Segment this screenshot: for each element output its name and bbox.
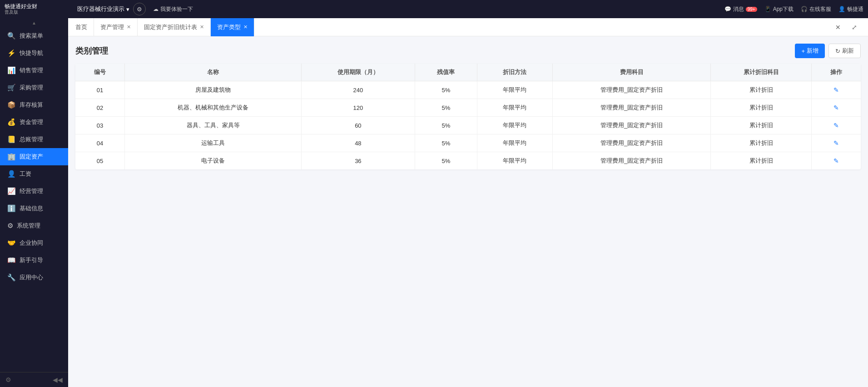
col-header-6: 累计折旧科目 [711, 64, 811, 81]
sidebar-icon-11: ⚙ [7, 222, 13, 230]
fullscreen-button[interactable]: ⤢ [848, 21, 861, 34]
tab-close-3[interactable]: ✕ [243, 24, 248, 30]
plus-icon: + [801, 48, 805, 55]
cell-accumulated-4: 累计折旧 [711, 152, 811, 170]
sidebar-label-3: 采购管理 [20, 84, 43, 92]
cell-action-2[interactable]: ✎ [811, 117, 861, 134]
sidebar-label-14: 应用中心 [20, 273, 43, 282]
page-title: 类别管理 [75, 45, 108, 56]
sidebar-item-销售管理[interactable]: 📊 销售管理 [0, 62, 68, 79]
sidebar-item-工资[interactable]: 👤 工资 [0, 165, 68, 183]
sidebar-item-经营管理[interactable]: 📈 经营管理 [0, 183, 68, 200]
cell-period-2: 60 [302, 117, 415, 134]
tab-close-1[interactable]: ✕ [127, 24, 131, 30]
app-name: 畅捷通好业财 [5, 3, 37, 10]
tab-label-1: 资产管理 [100, 23, 124, 31]
edit-icon-1[interactable]: ✎ [833, 104, 839, 111]
edit-icon-0[interactable]: ✎ [833, 86, 839, 94]
edit-icon-4[interactable]: ✎ [833, 157, 839, 164]
sidebar-label-8: 工资 [20, 170, 31, 178]
user-avatar-icon: 👤 [838, 6, 845, 12]
sidebar-item-固定资产[interactable]: 🏢 固定资产 [0, 148, 68, 165]
sidebar-item-基础信息[interactable]: ℹ️ 基础信息 [0, 200, 68, 217]
sidebar-item-资金管理[interactable]: 💰 资金管理 [0, 114, 68, 131]
sidebar-item-搜索菜单[interactable]: 🔍 搜索菜单 [0, 27, 68, 45]
cell-action-3[interactable]: ✎ [811, 134, 861, 152]
breadcrumb-tab-1[interactable]: 资产管理✕ [94, 18, 138, 36]
sidebar-footer: ⚙ ◀◀ [0, 372, 68, 387]
cell-accumulated-1: 累计折旧 [711, 99, 811, 117]
breadcrumb-bar: 首页资产管理✕固定资产折旧统计表✕资产类型✕ ✕ ⤢ [68, 18, 868, 36]
sidebar-icon-6: 📒 [7, 135, 16, 144]
refresh-button[interactable]: ↻ 刷新 [828, 44, 861, 58]
sidebar-item-库存核算[interactable]: 📦 库存核算 [0, 96, 68, 114]
breadcrumb-tab-2[interactable]: 固定资产折旧统计表✕ [138, 18, 211, 36]
sidebar-item-新手引导[interactable]: 📖 新手引导 [0, 252, 68, 269]
cell-rate-1: 5% [415, 99, 477, 117]
cell-action-1[interactable]: ✎ [811, 99, 861, 117]
sidebar-label-9: 经营管理 [20, 187, 43, 195]
service-icon: 🎧 [801, 6, 808, 12]
cell-accumulated-0: 累计折旧 [711, 81, 811, 99]
cell-method-3: 年限平均 [477, 134, 553, 152]
sidebar-icon-10: ℹ️ [7, 204, 16, 213]
cell-name-3: 运输工具 [125, 134, 302, 152]
sidebar-icon-2: 📊 [7, 66, 16, 74]
company-selector[interactable]: 医疗器械行业演示 ▾ [77, 5, 129, 13]
close-tab-button[interactable]: ✕ [832, 21, 844, 34]
sidebar-item-总账管理[interactable]: 📒 总账管理 [0, 131, 68, 148]
page-content: 类别管理 + 新增 ↻ 刷新 编号名称使用期限（月）残值率折旧方法费用科目累计折… [68, 36, 868, 387]
cell-method-0: 年限平均 [477, 81, 553, 99]
cell-rate-2: 5% [415, 117, 477, 134]
table-row: 04运输工具485%年限平均管理费用_固定资产折旧累计折旧✎ [75, 134, 861, 152]
app-download-button[interactable]: 📱 App下载 [764, 5, 794, 13]
tab-label-0: 首页 [75, 23, 87, 31]
sidebar-label-1: 快捷导航 [20, 49, 43, 57]
sidebar-icon-9: 📈 [7, 187, 16, 195]
sidebar-icon-14: 🔧 [7, 273, 16, 282]
table-header: 编号名称使用期限（月）残值率折旧方法费用科目累计折旧科目操作 [75, 64, 861, 81]
sidebar-item-采购管理[interactable]: 🛒 采购管理 [0, 79, 68, 96]
cell-accumulated-2: 累计折旧 [711, 117, 811, 134]
table-row: 03器具、工具、家具等605%年限平均管理费用_固定资产折旧累计折旧✎ [75, 117, 861, 134]
tab-label-3: 资产类型 [217, 23, 241, 31]
sidebar-settings-button[interactable]: ⚙ [5, 376, 11, 383]
cell-name-1: 机器、机械和其他生产设备 [125, 99, 302, 117]
cell-name-0: 房屋及建筑物 [125, 81, 302, 99]
sidebar-collapse-button[interactable]: ◀◀ [53, 376, 63, 383]
cell-action-0[interactable]: ✎ [811, 81, 861, 99]
sidebar-item-应用中心[interactable]: 🔧 应用中心 [0, 269, 68, 286]
sidebar-item-企业协同[interactable]: 🤝 企业协同 [0, 234, 68, 252]
experience-button[interactable]: ☁ 我要体验一下 [149, 4, 197, 15]
cell-action-4[interactable]: ✎ [811, 152, 861, 170]
sidebar-label-11: 系统管理 [17, 222, 40, 230]
cell-id-0: 01 [75, 81, 125, 99]
breadcrumb-tab-3[interactable]: 资产类型✕ [211, 18, 254, 36]
main-layout: ▲ 🔍 搜索菜单 ⚡ 快捷导航 📊 销售管理 🛒 采购管理 📦 库存核算 💰 资… [0, 18, 868, 387]
sidebar-label-13: 新手引导 [20, 256, 43, 264]
table-row: 02机器、机械和其他生产设备1205%年限平均管理费用_固定资产折旧累计折旧✎ [75, 99, 861, 117]
table-row: 01房屋及建筑物2405%年限平均管理费用_固定资产折旧累计折旧✎ [75, 81, 861, 99]
breadcrumb-tab-0[interactable]: 首页 [75, 18, 94, 36]
sidebar-label-0: 搜索菜单 [20, 32, 43, 40]
sidebar-icon-8: 👤 [7, 170, 16, 178]
data-table: 编号名称使用期限（月）残值率折旧方法费用科目累计折旧科目操作 01房屋及建筑物2… [75, 64, 861, 169]
sidebar-icon-13: 📖 [7, 256, 16, 264]
sidebar-item-系统管理[interactable]: ⚙ 系统管理 [0, 217, 68, 234]
cell-method-4: 年限平均 [477, 152, 553, 170]
sidebar-label-10: 基础信息 [20, 204, 43, 213]
tab-close-2[interactable]: ✕ [200, 24, 204, 30]
company-settings-button[interactable]: ⚙ [133, 3, 146, 15]
sidebar-item-快捷导航[interactable]: ⚡ 快捷导航 [0, 45, 68, 62]
user-menu[interactable]: 👤 畅捷通 [838, 5, 863, 13]
col-header-0: 编号 [75, 64, 125, 81]
edit-icon-3[interactable]: ✎ [833, 139, 839, 147]
online-service-button[interactable]: 🎧 在线客服 [801, 5, 831, 13]
message-button[interactable]: 💬 消息 99+ [724, 5, 757, 13]
sidebar-scroll-up[interactable]: ▲ [0, 18, 68, 27]
new-button[interactable]: + 新增 [795, 44, 825, 58]
edit-icon-2[interactable]: ✎ [833, 122, 839, 129]
table-body: 01房屋及建筑物2405%年限平均管理费用_固定资产折旧累计折旧✎02机器、机械… [75, 81, 861, 170]
col-header-1: 名称 [125, 64, 302, 81]
cell-expense-0: 管理费用_固定资产折旧 [552, 81, 711, 99]
